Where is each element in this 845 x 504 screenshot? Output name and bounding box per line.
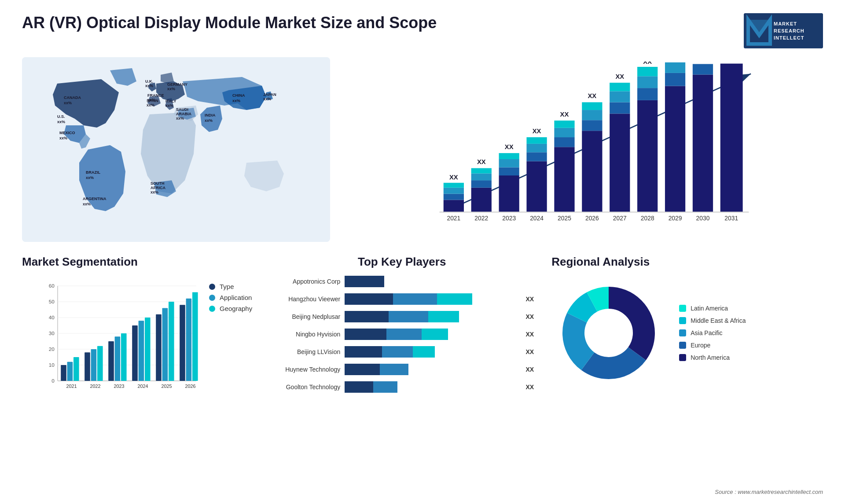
svg-text:50: 50	[49, 299, 55, 304]
player-bar	[345, 276, 527, 287]
svg-text:2022: 2022	[474, 215, 488, 222]
svg-rect-44	[444, 183, 464, 188]
svg-text:MARKET: MARKET	[774, 21, 797, 26]
player-bar	[345, 346, 518, 358]
svg-rect-56	[499, 153, 519, 159]
regional-legend-europe: Europe	[679, 342, 746, 349]
svg-rect-125	[108, 341, 114, 381]
bar-chart-svg: XX 2021 XX 2022 XX	[374, 62, 814, 224]
svg-text:FRANCE: FRANCE	[147, 93, 164, 98]
svg-rect-118	[67, 362, 73, 381]
legend-color-latin-america	[679, 305, 686, 312]
player-bar-seg2	[382, 346, 413, 358]
player-bar-seg3	[422, 329, 448, 340]
svg-text:2026: 2026	[185, 383, 196, 389]
players-container: Top Key Players Appotronics Corp Hangzho…	[270, 255, 534, 440]
svg-text:2025: 2025	[558, 215, 571, 222]
svg-rect-42	[444, 194, 464, 200]
svg-rect-65	[554, 147, 574, 212]
svg-text:xx%: xx%	[176, 116, 184, 121]
svg-text:2027: 2027	[613, 215, 627, 222]
player-bar	[345, 293, 518, 305]
svg-rect-78	[610, 102, 630, 114]
bar-chart-container: XX 2021 XX 2022 XX	[348, 57, 823, 242]
svg-rect-53	[499, 175, 519, 212]
svg-rect-66	[554, 137, 574, 147]
svg-text:20: 20	[49, 346, 55, 352]
player-bar-seg1	[345, 293, 393, 305]
player-row: Beijing Nedplusar XX	[270, 311, 534, 322]
svg-rect-126	[115, 336, 121, 381]
svg-text:U.S.: U.S.	[57, 114, 65, 119]
header: AR (VR) Optical Display Module Market Si…	[22, 13, 823, 48]
svg-text:XX: XX	[477, 158, 486, 165]
player-name: Huynew Technology	[270, 366, 340, 373]
svg-text:2022: 2022	[90, 383, 101, 389]
svg-rect-74	[582, 102, 602, 110]
player-name: Beijing Nedplusar	[270, 313, 340, 320]
svg-text:XX: XX	[560, 111, 569, 118]
svg-rect-67	[554, 128, 574, 137]
players-title: Top Key Players	[270, 255, 534, 269]
svg-rect-77	[610, 113, 630, 212]
svg-point-146	[585, 309, 632, 357]
svg-rect-95	[693, 64, 713, 75]
svg-text:xx%: xx%	[263, 97, 271, 101]
svg-rect-133	[156, 314, 162, 381]
player-bar-seg2	[389, 311, 428, 322]
player-name: Goolton Technology	[270, 383, 340, 391]
svg-text:2029: 2029	[669, 215, 682, 222]
player-bar	[345, 364, 518, 375]
svg-text:2031: 2031	[724, 215, 738, 222]
svg-rect-60	[526, 152, 547, 161]
legend-label-europe: Europe	[691, 342, 710, 349]
regional-legend: Latin America Middle East & Africa Asia …	[679, 305, 746, 361]
source-text: Source : www.marketresearchintellect.com	[715, 489, 823, 495]
svg-text:ARGENTINA: ARGENTINA	[83, 197, 107, 201]
svg-rect-49	[471, 173, 492, 180]
player-xx: XX	[526, 366, 534, 373]
regional-title: Regional Analysis	[551, 255, 823, 269]
svg-text:BRAZIL: BRAZIL	[86, 170, 100, 175]
svg-text:2025: 2025	[162, 383, 172, 389]
legend-type-dot	[209, 284, 215, 290]
svg-rect-80	[610, 83, 630, 91]
svg-rect-91	[665, 62, 685, 73]
svg-rect-84	[637, 88, 658, 100]
legend-geography: Geography	[209, 305, 252, 312]
svg-text:2028: 2028	[641, 215, 654, 222]
svg-text:0: 0	[51, 378, 55, 383]
svg-text:xx%: xx%	[205, 118, 213, 123]
player-xx: XX	[526, 348, 534, 355]
svg-rect-50	[471, 168, 492, 173]
svg-text:xx%: xx%	[167, 87, 175, 91]
svg-rect-41	[444, 200, 464, 212]
player-bar-seg3	[428, 311, 459, 322]
player-bar-seg2	[373, 381, 397, 393]
legend-application: Application	[209, 294, 252, 301]
svg-text:XX: XX	[533, 128, 541, 135]
player-bar	[345, 381, 518, 393]
player-row: Goolton Technology XX	[270, 381, 534, 393]
svg-text:CANADA: CANADA	[64, 95, 81, 100]
player-xx: XX	[526, 313, 534, 320]
svg-rect-73	[582, 110, 602, 120]
svg-rect-139	[192, 292, 198, 381]
svg-text:U.K.: U.K.	[145, 79, 153, 84]
player-row: Appotronics Corp	[270, 276, 534, 287]
svg-text:xx%: xx%	[147, 103, 154, 107]
svg-text:ITALY: ITALY	[165, 99, 176, 103]
svg-rect-131	[145, 318, 151, 381]
svg-text:SAUDI: SAUDI	[176, 107, 188, 112]
legend-type-label: Type	[220, 283, 234, 290]
segmentation-container: Market Segmentation 0 10 20 30 40 50	[22, 255, 252, 440]
player-row: Beijing LLVision XX	[270, 346, 534, 358]
svg-text:xx%: xx%	[165, 103, 173, 108]
legend-label-asia-pacific: Asia Pacific	[691, 329, 722, 336]
player-name: Beijing LLVision	[270, 348, 340, 355]
svg-rect-129	[132, 325, 138, 381]
svg-text:30: 30	[49, 330, 55, 336]
regional-legend-north-america: North America	[679, 354, 746, 361]
svg-rect-123	[97, 346, 103, 381]
svg-text:2024: 2024	[530, 215, 544, 222]
